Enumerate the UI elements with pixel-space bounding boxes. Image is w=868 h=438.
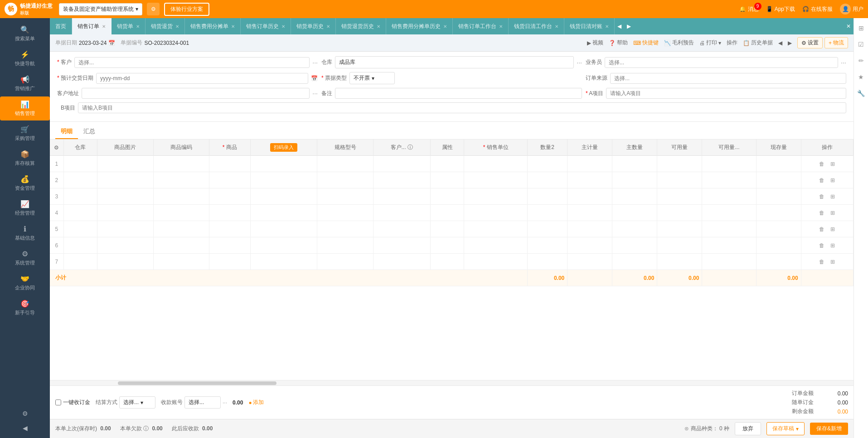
delete-icon-1[interactable]: 🗑 <box>817 159 826 168</box>
row-main-qty-4[interactable] <box>612 205 657 221</box>
row-product-4[interactable] <box>209 205 250 221</box>
operation-btn[interactable]: 操作 <box>727 39 737 47</box>
row-main-qty-6[interactable] <box>612 237 657 254</box>
warehouse-ellipsis-icon[interactable]: ··· <box>577 59 582 66</box>
sidebar-item-collab[interactable]: 🤝 企业协同 <box>0 271 50 295</box>
tab-sales-order[interactable]: 销售订单 ✕ <box>72 18 112 34</box>
row-product-6[interactable] <box>209 237 250 254</box>
tab-prev-btn[interactable]: ◀ <box>615 18 624 34</box>
delete-icon-6[interactable]: 🗑 <box>817 241 826 250</box>
staff-ellipsis-icon[interactable]: ··· <box>841 59 846 66</box>
tab-sales-slip[interactable]: 销货单 ✕ <box>112 18 145 34</box>
tab-expense-split-close[interactable]: ✕ <box>231 24 235 29</box>
delete-icon-3[interactable]: 🗑 <box>817 192 826 201</box>
tab-goods-history[interactable]: 销货单历史 ✕ <box>291 18 336 34</box>
tab-expense-history-close[interactable]: ✕ <box>443 24 447 29</box>
row-product-3[interactable] <box>209 188 250 205</box>
history-btn[interactable]: 📋 历史单据 <box>743 39 773 47</box>
save-new-button[interactable]: 保存&新增 <box>810 423 848 435</box>
receipt-select[interactable]: 选择... <box>184 396 221 409</box>
row-warehouse-3[interactable] <box>63 188 97 205</box>
row-main-qty-5[interactable] <box>612 221 657 237</box>
row-unit-1[interactable] <box>464 156 527 172</box>
settlement-select[interactable]: 选择... ▾ <box>119 396 155 409</box>
tab-sales-history[interactable]: 销售订单历史 ✕ <box>241 18 291 34</box>
row-unit-5[interactable] <box>464 221 527 237</box>
tab-workbench-close[interactable]: ✕ <box>499 24 503 29</box>
row-product-5[interactable] <box>209 221 250 237</box>
tab-sales-return-close[interactable]: ✕ <box>175 24 179 29</box>
nav-next-btn[interactable]: ▶ <box>788 40 792 46</box>
tab-daily-clear-close[interactable]: ✕ <box>555 24 558 29</box>
tab-workbench[interactable]: 销售订单工作台 ✕ <box>453 18 509 34</box>
row-warehouse-6[interactable] <box>63 237 97 254</box>
row-warehouse-7[interactable] <box>63 254 97 270</box>
tab-goods-history-close[interactable]: ✕ <box>326 24 330 29</box>
tab-expense-history[interactable]: 销售费用分摊单历史 ✕ <box>386 18 453 34</box>
right-panel-star-icon[interactable]: ★ <box>855 71 868 83</box>
row-product-1[interactable] <box>209 156 250 172</box>
tab-sales-return[interactable]: 销货退货 ✕ <box>145 18 185 34</box>
invoice-select[interactable]: 不开票 ▾ <box>349 72 395 84</box>
settings-panel-btn[interactable]: ⚙ 设置 <box>797 37 823 48</box>
nav-prev-btn[interactable]: ◀ <box>778 40 782 46</box>
delivery-input[interactable] <box>96 73 308 84</box>
scroll-thumb[interactable] <box>118 381 276 385</box>
discard-button[interactable]: 放弃 <box>735 422 761 435</box>
tab-expense-split[interactable]: 销售费用分摊单 ✕ <box>185 18 241 34</box>
row-qty2-7[interactable] <box>527 254 567 270</box>
copy-icon-2[interactable]: ⊞ <box>828 176 837 185</box>
delete-icon-2[interactable]: 🗑 <box>817 176 826 185</box>
add-payment-btn[interactable]: ● 添加 <box>248 399 263 406</box>
copy-icon-3[interactable]: ⊞ <box>828 192 837 201</box>
tab-detail[interactable]: 明细 <box>55 125 78 139</box>
right-panel-grid-icon[interactable]: ⊞ <box>855 22 868 34</box>
help-btn[interactable]: ❓ 帮助 <box>609 39 628 47</box>
delete-icon-5[interactable]: 🗑 <box>817 225 826 234</box>
row-main-qty-3[interactable] <box>612 188 657 205</box>
row-unit-7[interactable] <box>464 254 527 270</box>
right-panel-tool-icon[interactable]: 🔧 <box>855 87 868 100</box>
order-source-input[interactable] <box>610 73 846 84</box>
quick-checkout-check[interactable] <box>55 399 61 405</box>
scan-enter-btn[interactable]: 扫码录入 <box>270 143 297 152</box>
row-warehouse-5[interactable] <box>63 221 97 237</box>
a-project-input[interactable] <box>606 88 846 99</box>
user-btn[interactable]: 👤 用户 <box>840 4 863 14</box>
sidebar-item-marketing[interactable]: 📢 营销推广 <box>0 72 50 96</box>
tab-daily-reconcile[interactable]: 钱货日清对账 ✕ <box>564 18 615 34</box>
row-code-6[interactable] <box>153 237 209 254</box>
tab-daily-clear[interactable]: 钱货日清工作台 ✕ <box>509 18 564 34</box>
tab-sales-order-close[interactable]: ✕ <box>102 24 106 29</box>
staff-input[interactable] <box>605 57 838 68</box>
calendar2-icon[interactable]: 📅 <box>311 75 318 82</box>
row-code-5[interactable] <box>153 221 209 237</box>
sidebar-item-guide[interactable]: 🎯 新手引导 <box>0 296 50 320</box>
copy-icon-1[interactable]: ⊞ <box>828 159 837 168</box>
sidebar-item-system[interactable]: ⚙ 系统管理 <box>0 246 50 270</box>
row-qty2-2[interactable] <box>527 172 567 188</box>
profit-btn[interactable]: 📉 毛利预告 <box>664 39 694 47</box>
address-input[interactable] <box>82 88 310 99</box>
sidebar-item-search[interactable]: 🔍 搜索菜单 <box>0 22 50 46</box>
print-btn[interactable]: 🖨 打印 ▾ <box>699 39 721 47</box>
row-qty2-1[interactable] <box>527 156 567 172</box>
row-unit-3[interactable] <box>464 188 527 205</box>
receipt-ellipsis[interactable]: ··· <box>223 399 227 406</box>
sidebar-item-inventory[interactable]: 📦 库存核算 <box>0 146 50 170</box>
customer-ellipsis-icon[interactable]: ··· <box>312 59 318 66</box>
tab-return-history-close[interactable]: ✕ <box>377 24 380 29</box>
online-service-btn[interactable]: 🎧 在线客服 <box>802 5 833 13</box>
remark-input[interactable] <box>335 88 582 99</box>
row-product-7[interactable] <box>209 254 250 270</box>
system-selector[interactable]: 装备及固定资产辅助管理系统 ▾ <box>59 3 142 15</box>
row-code-1[interactable] <box>153 156 209 172</box>
sidebar-item-sales[interactable]: 📊 销售管理 <box>0 96 50 120</box>
row-main-qty-7[interactable] <box>612 254 657 270</box>
app-download-btn[interactable]: 📱 App下载 <box>766 5 795 13</box>
row-warehouse-2[interactable] <box>63 172 97 188</box>
sidebar-item-nav[interactable]: ⚡ 快捷导航 <box>0 47 50 71</box>
row-unit-4[interactable] <box>464 205 527 221</box>
row-warehouse-4[interactable] <box>63 205 97 221</box>
row-unit-2[interactable] <box>464 172 527 188</box>
